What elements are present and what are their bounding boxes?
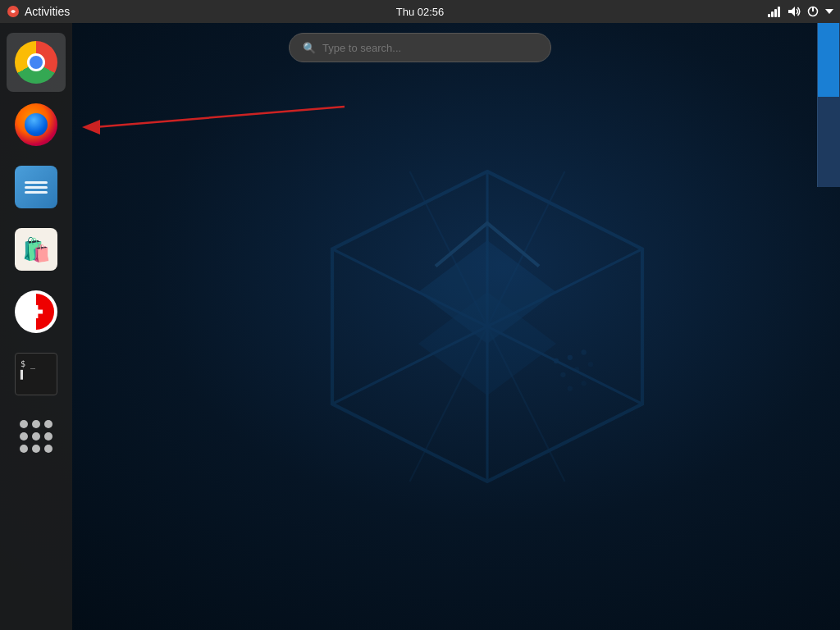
volume-icon[interactable]	[788, 6, 801, 17]
chrome-icon	[15, 41, 57, 84]
gnome-logo-icon	[7, 5, 20, 18]
terminal-dock-item[interactable]: $ _▌	[7, 345, 66, 404]
vscode-panel-inner	[818, 23, 839, 97]
network-icon[interactable]	[768, 6, 781, 17]
activities-button[interactable]: Activities	[25, 5, 70, 18]
svg-point-14	[588, 362, 593, 367]
svg-point-12	[560, 372, 565, 377]
background-logo	[315, 154, 660, 499]
svg-point-15	[568, 386, 573, 390]
vscode-panel	[817, 23, 840, 187]
svg-point-11	[581, 349, 586, 354]
files-icon	[15, 166, 57, 208]
search-icon: 🔍	[303, 42, 316, 54]
search-bar[interactable]: 🔍	[289, 33, 551, 62]
chrome-dock-item[interactable]	[7, 33, 66, 92]
system-menu-arrow-icon[interactable]	[825, 9, 833, 14]
show-applications-icon	[16, 417, 56, 456]
help-dock-item[interactable]	[7, 282, 66, 341]
svg-rect-4	[778, 7, 780, 17]
software-center-icon: 🛍️	[15, 228, 57, 271]
topbar: Activities Thu 02:56	[0, 0, 840, 23]
terminal-icon: $ _▌	[15, 353, 57, 395]
svg-rect-3	[774, 9, 777, 17]
topbar-left: Activities	[7, 5, 70, 18]
svg-marker-8	[825, 9, 833, 14]
svg-rect-2	[771, 11, 774, 17]
files-dock-item[interactable]	[7, 158, 66, 217]
svg-rect-1	[768, 14, 770, 17]
firefox-icon	[15, 103, 57, 146]
svg-point-10	[568, 355, 573, 360]
svg-marker-5	[788, 7, 795, 16]
software-dock-item[interactable]: 🛍️	[7, 220, 66, 279]
search-container: 🔍	[289, 33, 551, 62]
dock: 🛍️ $ _▌	[0, 23, 72, 630]
svg-point-13	[574, 367, 579, 372]
apps-dock-item[interactable]	[7, 407, 66, 466]
topbar-datetime[interactable]: Thu 02:56	[396, 6, 445, 18]
topbar-right	[768, 6, 833, 17]
firefox-dock-item[interactable]	[7, 95, 66, 154]
svg-point-9	[554, 358, 559, 363]
help-icon	[15, 290, 57, 333]
desktop	[0, 23, 840, 630]
svg-point-16	[581, 381, 586, 386]
search-input[interactable]	[322, 42, 536, 54]
power-icon[interactable]	[807, 6, 819, 17]
